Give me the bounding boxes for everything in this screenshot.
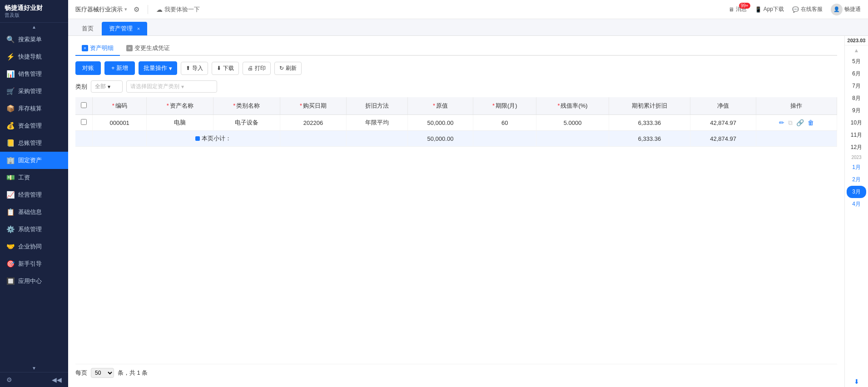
sidebar-item-purchase[interactable]: 🛒采购管理 (0, 83, 68, 100)
sidebar-item-system[interactable]: ⚙️系统管理 (0, 221, 68, 238)
sidebar-item-enterprise[interactable]: 🤝企业协同 (0, 238, 68, 255)
subtotal-empty3 (473, 131, 536, 147)
new-button[interactable]: + 新增 (104, 61, 135, 75)
subtotal-net-value: 42,874.97 (690, 131, 756, 147)
subtotal-empty2 (347, 131, 407, 147)
nav-icon-app-center: 🔲 (6, 277, 15, 285)
download-icon: ⬇ (217, 65, 221, 71)
per-page-select[interactable]: 102050100 (91, 368, 114, 378)
cell-original-value: 50,000.00 (407, 115, 473, 131)
calendar-month-prev[interactable]: 8月 (845, 92, 868, 104)
sidebar-item-quick-nav[interactable]: ⚡快捷导航 (0, 48, 68, 65)
link-icon[interactable]: 🔗 (796, 119, 804, 126)
nav-icon-payroll: 💵 (6, 174, 15, 182)
sidebar-item-inventory[interactable]: 📦库存核算 (0, 100, 68, 117)
online-service-btn[interactable]: 💬 在线客服 (792, 5, 823, 13)
category-filter-chevron-icon: ▾ (108, 84, 110, 90)
reconcile-button[interactable]: 对账 (75, 61, 101, 75)
calendar-month-curr[interactable]: 3月 (847, 186, 866, 198)
nav-label-system: 系统管理 (18, 225, 42, 233)
row-checkbox[interactable] (81, 119, 87, 125)
cell-net-value: 42,874.97 (690, 115, 756, 131)
company-selector[interactable]: 医疗器械行业演示 ▾ (75, 5, 127, 14)
copy-icon[interactable]: ⧉ (788, 119, 793, 127)
refresh-button[interactable]: ↻ 刷新 (274, 62, 302, 75)
nav-label-funds: 资金管理 (18, 122, 42, 130)
calendar-month-prev[interactable]: 7月 (845, 80, 868, 92)
asset-category-filter[interactable]: 请选择固定资产类别 ▾ (126, 80, 217, 93)
sidebar-item-operations[interactable]: 📈经营管理 (0, 186, 68, 203)
calendar-month-curr[interactable]: 4月 (845, 198, 868, 210)
sidebar-item-funds[interactable]: 💰资金管理 (0, 117, 68, 134)
sidebar-item-search[interactable]: 🔍搜索菜单 (0, 31, 68, 48)
cell-action: ✏ ⧉ 🔗 🗑 (756, 115, 837, 131)
app-edition: 普及版 (5, 12, 20, 19)
sidebar-item-new-guide[interactable]: 🎯新手引导 (0, 255, 68, 273)
page-content: ≡ 资产明细 ≡ 变更生成凭证 对账 + 新增 批量操作 ▾ (68, 36, 868, 387)
calendar-month-prev[interactable]: 10月 (845, 117, 868, 129)
calendar-scroll-up[interactable]: ▲ (845, 45, 868, 55)
cell-period: 60 (473, 115, 536, 131)
calendar-month-prev[interactable]: 5月 (845, 55, 868, 68)
print-button[interactable]: 🖨 打印 (243, 62, 271, 75)
app-download-btn[interactable]: 📱 App下载 (755, 5, 784, 13)
nav-label-fixed-assets: 固定资产 (18, 156, 42, 164)
nav-label-ledger: 总账管理 (18, 139, 42, 147)
nav-icon-inventory: 📦 (6, 104, 15, 113)
sub-tab-change-voucher-label: 变更生成凭证 (134, 44, 170, 52)
nav-label-enterprise: 企业协同 (18, 243, 42, 251)
export-button[interactable]: ⬆ 导入 (181, 62, 208, 75)
sidebar-item-fixed-assets[interactable]: 🏢固定资产 (0, 152, 68, 169)
user-avatar-btn[interactable]: 👤 畅捷通 (831, 4, 861, 15)
tab-home[interactable]: 首页 (75, 22, 100, 35)
sidebar-item-ledger[interactable]: 📒总账管理 (0, 134, 68, 152)
delete-icon[interactable]: 🗑 (808, 119, 814, 126)
company-settings-icon[interactable]: ⚙ (134, 5, 139, 14)
calendar-month-prev[interactable]: 11月 (845, 129, 868, 141)
total-label: 条，共 1 条 (118, 369, 148, 377)
messages-btn[interactable]: 🖥 消息 99+ (729, 5, 747, 13)
refresh-icon: ↻ (279, 65, 284, 71)
sidebar-scroll-down[interactable]: ▼ (0, 364, 68, 372)
download-button[interactable]: ⬇ 下载 (212, 62, 239, 75)
nav-label-payroll: 工资 (18, 174, 30, 182)
sub-tab-change-voucher[interactable]: ≡ 变更生成凭证 (120, 41, 176, 56)
sidebar-scroll-up[interactable]: ▲ (0, 23, 68, 31)
sub-tab-asset-detail[interactable]: ≡ 资产明细 (75, 41, 120, 56)
settings-icon[interactable]: ⚙ (6, 376, 12, 383)
collapse-sidebar-icon[interactable]: ◀◀ (52, 376, 62, 383)
calendar-month-prev[interactable]: 6月 (845, 68, 868, 80)
calendar-month-prev[interactable]: 9月 (845, 104, 868, 117)
subtotal-original-value: 50,000.00 (407, 131, 473, 147)
asset-category-placeholder: 请选择固定资产类别 (130, 83, 179, 90)
subtotal-action (756, 131, 837, 147)
sidebar-nav: 🔍搜索菜单⚡快捷导航📊销售管理🛒采购管理📦库存核算💰资金管理📒总账管理🏢固定资产… (0, 31, 68, 364)
subtotal-checkbox-cell (75, 131, 93, 147)
app-download-label: App下载 (764, 5, 784, 13)
change-voucher-icon: ≡ (126, 45, 133, 51)
tab-close-icon[interactable]: × (137, 26, 140, 31)
calendar-down-btn[interactable]: ⬇ (845, 376, 868, 387)
category-filter-select[interactable]: 全部 ▾ (91, 80, 123, 93)
calendar-month-curr[interactable]: 2月 (845, 174, 868, 186)
calendar-month-curr[interactable]: 1月 (845, 161, 868, 174)
sidebar-item-basic-info[interactable]: 📋基础信息 (0, 203, 68, 221)
batch-ops-button[interactable]: 批量操作 ▾ (139, 61, 177, 75)
edit-icon[interactable]: ✏ (779, 119, 784, 126)
th-original-value: *原值 (407, 97, 473, 115)
sidebar-item-app-center[interactable]: 🔲应用中心 (0, 273, 68, 290)
asset-table-wrap: *编码 *资产名称 *类别名称 *购买日期 折旧方法 *原值 *期限(月) *残… (75, 97, 837, 362)
sub-tab-asset-detail-label: 资产明细 (90, 44, 114, 52)
th-category: *类别名称 (213, 97, 280, 115)
message-icon: 🖥 (729, 6, 734, 13)
tab-asset-management[interactable]: 资产管理 × (102, 22, 147, 35)
batch-chevron-icon: ▾ (169, 65, 172, 72)
calendar-month-prev[interactable]: 12月 (845, 141, 868, 154)
right-panel-close-icon[interactable]: ✕ (862, 38, 866, 44)
right-panel-expand-icon[interactable]: ⤢ (847, 38, 850, 43)
select-all-checkbox[interactable] (81, 102, 87, 108)
sidebar-item-sales[interactable]: 📊销售管理 (0, 65, 68, 83)
sidebar-item-payroll[interactable]: 💵工资 (0, 169, 68, 186)
experience-link[interactable]: ☁ 我要体验一下 (156, 5, 200, 14)
nav-label-new-guide: 新手引导 (18, 260, 42, 268)
